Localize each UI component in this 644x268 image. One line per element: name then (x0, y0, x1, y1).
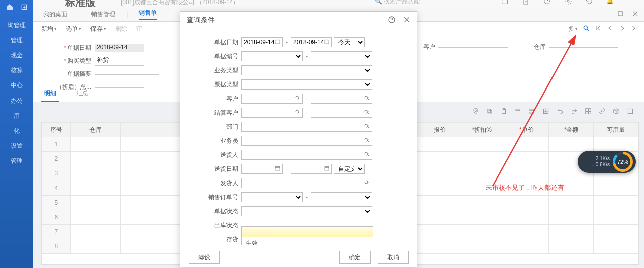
batch-icon[interactable] (585, 108, 592, 116)
refresh-icon[interactable] (585, 0, 593, 7)
q-dept[interactable] (241, 122, 372, 132)
tab-desktop[interactable]: 我的桌面 (43, 10, 67, 19)
home-icon[interactable] (6, 3, 14, 13)
subtab-summary[interactable]: 汇总 (73, 86, 91, 102)
nav-item[interactable]: 化 (0, 123, 33, 138)
tab-sales-order[interactable]: 销售单 (139, 9, 157, 20)
export-icon[interactable] (20, 3, 28, 13)
settings-icon[interactable] (564, 0, 572, 7)
nav-item[interactable]: 设置 (0, 138, 33, 153)
detail-subtabs: 明细 汇总 (41, 86, 91, 102)
q-shipper[interactable] (241, 178, 372, 188)
modal-header: 查询条件 (180, 12, 417, 29)
q-deliverdate-to[interactable] (291, 164, 332, 174)
tb-delete[interactable]: 删除 (115, 25, 127, 33)
q-customer-to[interactable] (311, 94, 372, 104)
q-docstatus[interactable] (241, 206, 372, 216)
q-deliverer[interactable] (241, 150, 372, 160)
svg-point-6 (584, 26, 587, 29)
paste-icon[interactable] (500, 108, 507, 116)
link-icon[interactable] (599, 108, 606, 116)
maximize-icon[interactable] (617, 10, 624, 19)
close-icon[interactable] (632, 10, 639, 19)
next-page-icon[interactable] (619, 25, 626, 33)
global-search[interactable]: 🔍 搜索产品功能 (372, 0, 453, 7)
nav-item[interactable]: 现金 (0, 48, 33, 63)
q-date-preset[interactable]: 今天 (334, 37, 365, 47)
app-icon[interactable] (501, 0, 509, 7)
first-page-icon[interactable] (595, 25, 602, 33)
gauge-ring: 72% (613, 152, 633, 172)
left-nav-rail: 询管理 管理 现金 核算 中心 办公 用 化 设置 管理 (0, 0, 33, 268)
q-sorder-from[interactable] (241, 192, 303, 202)
nav-item[interactable]: 用 (0, 108, 33, 123)
q-biztype[interactable] (241, 65, 372, 75)
svg-rect-18 (586, 112, 588, 114)
network-gauge-widget[interactable]: 2.1K/s 0.6K/s 72% (578, 151, 636, 173)
q-sorder-to[interactable] (311, 192, 372, 202)
btn-ok[interactable]: 确定 (339, 251, 371, 264)
doc-date-field[interactable]: 2018-09-14 (95, 44, 144, 52)
svg-rect-0 (502, 0, 508, 4)
q-deliverdate-preset[interactable]: 自定义 (334, 164, 365, 174)
modal-close-icon[interactable] (403, 16, 411, 25)
locate-icon[interactable] (472, 108, 479, 116)
tb-more[interactable]: 多▾ (568, 25, 578, 33)
q-settlecust-from[interactable] (241, 108, 303, 118)
nav-item[interactable]: 办公 (0, 93, 33, 108)
tb-add[interactable]: 新增▾ (41, 25, 57, 33)
copy-icon[interactable] (486, 108, 493, 116)
modal-body: 单据日期 - 今天 单据编号 - 业务类型 票据类型 客户 - 结算客户 (180, 29, 417, 245)
doc-icon[interactable] (522, 0, 530, 7)
q-invtype[interactable] (241, 79, 372, 90)
btn-cancel[interactable]: 取消 (378, 251, 409, 264)
undo-icon[interactable] (557, 108, 564, 116)
q-deliverdate-from[interactable] (241, 164, 283, 174)
expand-icon[interactable] (627, 108, 634, 116)
last-page-icon[interactable] (631, 25, 638, 33)
grid-icon[interactable] (542, 108, 549, 116)
nav-item[interactable]: 询管理 (0, 18, 33, 33)
q-outstatus-option[interactable]: 生效 (242, 237, 373, 245)
insert-row-icon[interactable] (528, 108, 535, 116)
nav-item[interactable]: 管理 (0, 33, 33, 48)
delete-row-icon[interactable] (514, 108, 521, 116)
svg-rect-20 (628, 109, 632, 113)
q-outstatus-field[interactable] (242, 227, 373, 237)
search-filter-icon[interactable] (583, 25, 590, 33)
tb-audit[interactable]: 审 (136, 25, 142, 33)
help-icon[interactable] (388, 16, 396, 25)
tb-pick[interactable]: 选单▾ (66, 25, 81, 33)
bell-icon[interactable]: 🔔 (606, 0, 614, 7)
q-customer-from[interactable] (241, 94, 303, 104)
svg-rect-1 (524, 0, 528, 4)
svg-point-2 (544, 0, 550, 4)
q-settlecust-to[interactable] (311, 108, 372, 118)
left-nav-list: 询管理 管理 现金 核算 中心 办公 用 化 设置 管理 (0, 18, 33, 168)
q-date-from[interactable] (241, 37, 283, 47)
buy-type-field[interactable]: 补货 (95, 56, 144, 66)
nav-item[interactable]: 中心 (0, 78, 33, 93)
tab-sales-mgmt[interactable]: 销售管理 (91, 10, 115, 19)
dashboard-icon[interactable] (543, 0, 551, 7)
nav-item[interactable]: 管理 (0, 153, 33, 168)
prev-page-icon[interactable] (607, 25, 614, 33)
q-date-to[interactable] (291, 37, 332, 47)
q-docno-to[interactable] (311, 51, 372, 61)
warehouse-field[interactable] (549, 46, 618, 48)
summary-field[interactable] (95, 73, 159, 75)
customer-field[interactable] (438, 46, 508, 48)
btn-filter-settings[interactable]: 滤设 (189, 251, 220, 264)
discount-total-field (95, 86, 144, 88)
subtab-detail[interactable]: 明细 (41, 86, 59, 102)
svg-rect-14 (530, 112, 534, 113)
svg-rect-19 (589, 112, 591, 114)
tb-save[interactable]: 保存▾ (90, 25, 106, 33)
q-docno-from[interactable] (241, 51, 303, 61)
redo-icon[interactable] (571, 108, 578, 116)
nav-item[interactable]: 核算 (0, 63, 33, 78)
q-outstatus-dropdown[interactable]: 生效 (241, 226, 373, 245)
svg-point-3 (567, 0, 569, 2)
q-salesman[interactable] (241, 136, 372, 146)
box-icon[interactable] (613, 108, 620, 116)
